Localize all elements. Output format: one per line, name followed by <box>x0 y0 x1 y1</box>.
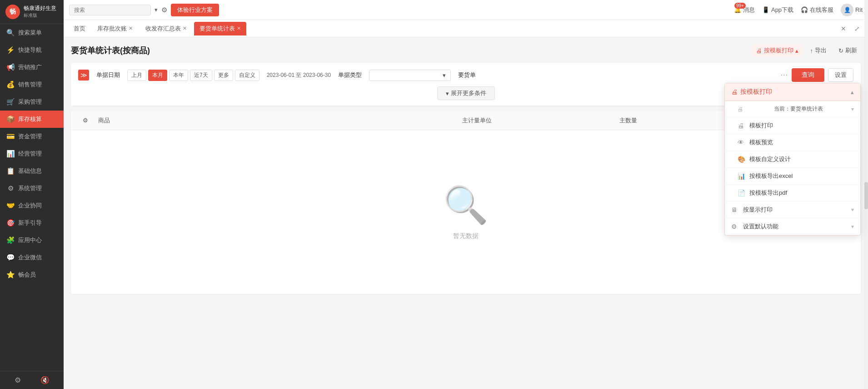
yaohuo-label: 要货单 <box>458 71 476 79</box>
user-avatar-btn[interactable]: 👤 Rit <box>841 4 863 16</box>
dropdown-subitem-display-print[interactable]: 🖥 按显示打印 ▾ <box>725 202 860 218</box>
tab-receivables-summary[interactable]: 收发存汇总表 ✕ <box>140 22 192 35</box>
enterprise-icon: 🤝 <box>6 202 15 210</box>
sidebar: 畅 畅康通好生意 标准版 🔍 搜索菜单 ⚡ 快捷导航 📢 营销推广 💰 销售管理… <box>0 0 64 389</box>
sidebar-item-shortcut[interactable]: ⚡ 快捷导航 <box>0 41 64 59</box>
expand-more-button[interactable]: ▾ 展开更多条件 <box>437 86 495 100</box>
empty-text: 暂无数据 <box>453 232 479 240</box>
chevron-up-icon: ▴ <box>795 47 798 54</box>
marketing-icon: 📢 <box>6 63 15 71</box>
sidebar-item-sales[interactable]: 💰 销售管理 <box>0 76 64 93</box>
sidebar-item-wechat[interactable]: 💬 企业微信 <box>0 249 64 266</box>
content-area: 要货单统计表(按商品) 🖨 按模板打印 ▴ ↑ 导出 ↻ 刷新 <box>64 37 868 389</box>
date-btn-custom[interactable]: 自定义 <box>235 70 259 81</box>
doc-type-label: 单据类型 <box>338 71 362 79</box>
sales-icon: 💰 <box>6 81 15 89</box>
tab-close-all-btn[interactable]: ✕ <box>838 23 849 34</box>
sidebar-item-marketing[interactable]: 📢 营销推广 <box>0 59 64 76</box>
display-print-arrow: ▾ <box>851 207 854 213</box>
sidebar-item-basic[interactable]: 📋 基础信息 <box>0 162 64 180</box>
app-download-btn[interactable]: 📱 App下载 <box>762 6 793 14</box>
tab-close-receivables-summary[interactable]: ✕ <box>183 25 187 31</box>
tab-inventory-batch[interactable]: 库存批次账 ✕ <box>92 22 138 35</box>
export-excel-icon: 📊 <box>738 172 746 180</box>
user-name: Rit <box>855 6 863 13</box>
dropdown-item-export-excel[interactable]: 📊 按模板导出excel <box>725 168 860 185</box>
table-col-unit: 主计量单位 <box>401 116 552 125</box>
mute-icon[interactable]: 🔇 <box>40 376 50 384</box>
table-col-settings[interactable]: ⚙ <box>76 117 95 124</box>
expand-icon: ⤢ <box>854 25 860 32</box>
dropdown-item-template-print[interactable]: 🖨 模板打印 <box>725 117 860 134</box>
date-btn-current-year[interactable]: 本年 <box>169 70 188 81</box>
scrollbar-track <box>864 0 868 389</box>
online-service-btn[interactable]: 🎧 在线客服 <box>801 6 833 14</box>
dropdown-close-chevron[interactable]: ▴ <box>851 89 854 96</box>
notification-badge: 99+ <box>734 3 746 9</box>
sidebar-item-search[interactable]: 🔍 搜索菜单 <box>0 24 64 41</box>
query-button[interactable]: 查询 <box>792 68 824 82</box>
current-arrow-icon: ▾ <box>851 106 854 112</box>
filter-settings-button[interactable]: 设置 <box>828 68 853 82</box>
date-btn-prev-month[interactable]: 上月 <box>127 70 146 81</box>
app-name: 畅康通好生意 <box>24 5 56 12</box>
filter-expand-icon[interactable]: ≫ <box>78 70 89 81</box>
more-options-icon[interactable]: ··· <box>781 71 788 79</box>
newbie-icon: 🎯 <box>6 219 15 227</box>
scrollbar-thumb[interactable] <box>864 182 868 209</box>
export-pdf-icon: 📄 <box>738 189 746 197</box>
export-button[interactable]: ↑ 导出 <box>807 45 831 56</box>
sidebar-item-newbie[interactable]: 🎯 新手引导 <box>0 214 64 232</box>
date-btn-current-month[interactable]: 本月 <box>148 70 167 81</box>
search-icon: 🔍 <box>6 29 15 37</box>
dropdown-subitem-set-default[interactable]: ⚙ 设置默认功能 ▾ <box>725 218 860 235</box>
dropdown-header-right: ▴ <box>851 89 854 96</box>
page-actions: 🖨 按模板打印 ▴ ↑ 导出 ↻ 刷新 <box>753 45 861 56</box>
avatar: 👤 <box>841 4 853 16</box>
sidebar-item-finance[interactable]: 💳 资金管理 <box>0 128 64 145</box>
refresh-button[interactable]: ↻ 刷新 <box>835 45 861 56</box>
topbar-gear-icon[interactable]: ⚙ <box>161 6 167 14</box>
sidebar-bottom: ⚙ 🔇 <box>0 371 64 389</box>
dropdown-item-template-preview[interactable]: 👁 模板预览 <box>725 134 860 151</box>
dropdown-item-export-pdf[interactable]: 📄 按模板导出pdf <box>725 185 860 202</box>
search-input[interactable] <box>69 5 151 15</box>
sidebar-item-appstore[interactable]: 🧩 应用中心 <box>0 232 64 249</box>
tab-expand-btn[interactable]: ⤢ <box>852 23 863 34</box>
date-btn-last7[interactable]: 近7天 <box>190 70 212 81</box>
sidebar-item-enterprise[interactable]: 🤝 企业协同 <box>0 197 64 214</box>
dropdown-item-template-custom[interactable]: 🎨 模板自定义设计 <box>725 151 860 168</box>
sidebar-item-purchase[interactable]: 🛒 采购管理 <box>0 93 64 111</box>
sidebar-item-vip[interactable]: ⭐ 畅会员 <box>0 266 64 283</box>
settings-icon[interactable]: ⚙ <box>15 376 21 384</box>
tab-home[interactable]: 首页 <box>69 22 90 35</box>
tab-close-order-stats[interactable]: ✕ <box>237 25 241 31</box>
vip-icon: ⭐ <box>6 271 15 279</box>
trial-button[interactable]: 体验行业方案 <box>171 4 219 16</box>
sidebar-item-operation[interactable]: 📊 经营管理 <box>0 145 64 162</box>
headset-icon: 🎧 <box>801 6 808 13</box>
chevron-down-small-icon: ▾ <box>446 90 449 97</box>
tab-order-stats[interactable]: 要货单统计表 ✕ <box>194 22 246 35</box>
shortcut-icon: ⚡ <box>6 46 15 54</box>
template-print-dropdown: 🖨 按模板打印 ▴ 🖨 当前：要货单统计表 ▾ 🖨 模板打印 👁 模板预览 <box>724 83 861 236</box>
doc-type-select[interactable]: ▾ <box>369 70 451 81</box>
date-range: 2023-06-01 至 2023-06-30 <box>267 71 331 79</box>
app-logo-icon: 畅 <box>5 5 20 19</box>
empty-icon: 🔍 <box>443 184 489 227</box>
sidebar-item-system[interactable]: ⚙ 系统管理 <box>0 180 64 197</box>
app-version: 标准版 <box>24 12 56 19</box>
dropdown-title: 🖨 按模板打印 <box>731 88 772 96</box>
page-title: 要货单统计表(按商品) <box>71 45 150 56</box>
date-btn-more[interactable]: 更多 <box>214 70 233 81</box>
tab-close-inventory-batch[interactable]: ✕ <box>129 25 133 31</box>
topbar-dropdown[interactable]: ▾ <box>155 6 158 13</box>
table-col-qty: 主数量 <box>553 116 704 125</box>
sidebar-item-inventory[interactable]: 📦 库存核算 <box>0 111 64 128</box>
dropdown-current-item[interactable]: 🖨 当前：要货单统计表 ▾ <box>725 101 860 117</box>
appstore-icon: 🧩 <box>6 236 15 244</box>
template-custom-icon: 🎨 <box>738 156 746 163</box>
notifications-btn[interactable]: 🔔 99+ 消息 <box>734 6 755 14</box>
page-header: 要货单统计表(按商品) 🖨 按模板打印 ▴ ↑ 导出 ↻ 刷新 <box>71 45 861 56</box>
template-print-button[interactable]: 🖨 按模板打印 ▴ <box>753 45 802 56</box>
